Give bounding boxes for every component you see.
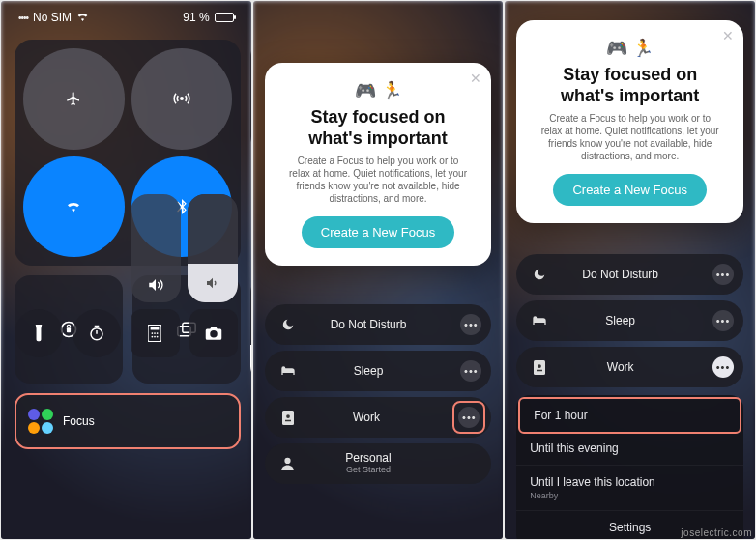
bed-icon [528, 315, 551, 327]
now-playing-tile[interactable]: Not Playing [250, 40, 251, 154]
focus-label: Focus [63, 414, 95, 428]
option-until-leave-location[interactable]: Until I leave this location Nearby [516, 466, 743, 511]
wifi-icon [76, 11, 89, 24]
mode-label: Work [551, 360, 712, 374]
screenshot-1-control-center: No SIM 91 % Not Playing [1, 1, 251, 539]
status-bar: No SIM 91 % [1, 1, 251, 28]
flashlight-button[interactable] [15, 309, 63, 357]
screenshot-2-focus-sheet: ✕ 🎮 🏃 Stay focused on what's important C… [253, 1, 504, 539]
svg-point-22 [152, 336, 154, 338]
mode-label: Do Not Disturb [551, 268, 712, 281]
person-icon [276, 457, 300, 470]
svg-point-23 [155, 336, 157, 338]
moon-icon [528, 268, 551, 281]
close-icon[interactable]: ✕ [470, 71, 481, 86]
focus-body: Create a Focus to help you work or to re… [282, 155, 475, 205]
svg-point-21 [157, 332, 159, 334]
more-icon[interactable]: ••• [458, 407, 480, 428]
svg-point-19 [152, 332, 154, 334]
wifi-toggle[interactable] [23, 156, 125, 258]
badge-icon [528, 360, 551, 375]
svg-point-0 [181, 98, 183, 99]
more-icon[interactable]: ••• [712, 310, 734, 331]
more-icon[interactable]: ••• [712, 264, 734, 285]
close-icon[interactable]: ✕ [722, 28, 734, 43]
svg-rect-27 [285, 419, 291, 421]
mode-label: Sleep [551, 314, 712, 327]
moon-icon [276, 318, 300, 331]
svg-point-30 [538, 364, 541, 368]
bed-icon [276, 365, 300, 377]
more-icon[interactable]: ••• [460, 360, 481, 382]
focus-emoji-icon: 🎮 🏃 [534, 38, 726, 59]
create-focus-button[interactable]: Create a New Focus [553, 174, 707, 206]
svg-rect-31 [537, 369, 542, 371]
svg-point-24 [157, 336, 159, 338]
mode-label: Do Not Disturb [300, 318, 461, 331]
mode-do-not-disturb[interactable]: Do Not Disturb ••• [516, 254, 743, 295]
signal-dots-icon [18, 11, 28, 24]
mode-label: Personal Get Started [300, 452, 461, 474]
calculator-button[interactable] [131, 309, 179, 357]
svg-point-26 [286, 414, 290, 418]
battery-icon [215, 13, 234, 22]
more-icon[interactable]: ••• [712, 356, 734, 378]
svg-point-28 [285, 458, 291, 464]
mode-sleep[interactable]: Sleep ••• [265, 351, 492, 391]
focus-modes-icon [28, 409, 53, 434]
timer-button[interactable] [73, 309, 121, 357]
mode-label: Work [300, 411, 457, 424]
work-duration-menu: For 1 hour Until this evening Until I le… [516, 395, 743, 539]
focus-heading: Stay focused on what's important [282, 107, 475, 149]
battery-pct: 91 % [183, 11, 209, 24]
airplane-mode-toggle[interactable] [23, 48, 125, 150]
mode-personal[interactable]: Personal Get Started [265, 443, 492, 484]
watermark: joselectric.com [681, 527, 752, 538]
cellular-data-toggle[interactable] [131, 48, 233, 150]
more-icon[interactable]: ••• [460, 314, 481, 335]
focus-button[interactable]: Focus [15, 393, 241, 449]
mode-label: Sleep [300, 364, 461, 378]
svg-point-20 [155, 332, 157, 334]
create-focus-button[interactable]: Create a New Focus [302, 216, 455, 248]
focus-body: Create a Focus to help you work or to re… [534, 112, 726, 162]
focus-heading: Stay focused on what's important [534, 65, 726, 106]
carrier-label: No SIM [33, 11, 72, 24]
option-for-1-hour[interactable]: For 1 hour [518, 397, 741, 434]
mode-work[interactable]: Work ••• [516, 347, 743, 387]
svg-rect-18 [151, 327, 160, 330]
camera-button[interactable] [189, 309, 238, 357]
focus-emoji-icon: 🎮 🏃 [282, 80, 475, 101]
mode-sleep[interactable]: Sleep ••• [516, 300, 743, 341]
volume-slider[interactable] [188, 194, 238, 302]
volume-slider-2[interactable] [131, 194, 181, 302]
option-until-evening[interactable]: Until this evening [516, 432, 743, 466]
focus-intro-card: ✕ 🎮 🏃 Stay focused on what's important C… [265, 63, 492, 266]
mode-work[interactable]: Work ••• [265, 397, 492, 438]
screenshot-3-work-options: ✕ 🎮 🏃 Stay focused on what's important C… [505, 1, 755, 539]
focus-intro-card: ✕ 🎮 🏃 Stay focused on what's important C… [516, 20, 743, 223]
mode-do-not-disturb[interactable]: Do Not Disturb ••• [265, 304, 492, 345]
badge-icon [276, 411, 300, 425]
